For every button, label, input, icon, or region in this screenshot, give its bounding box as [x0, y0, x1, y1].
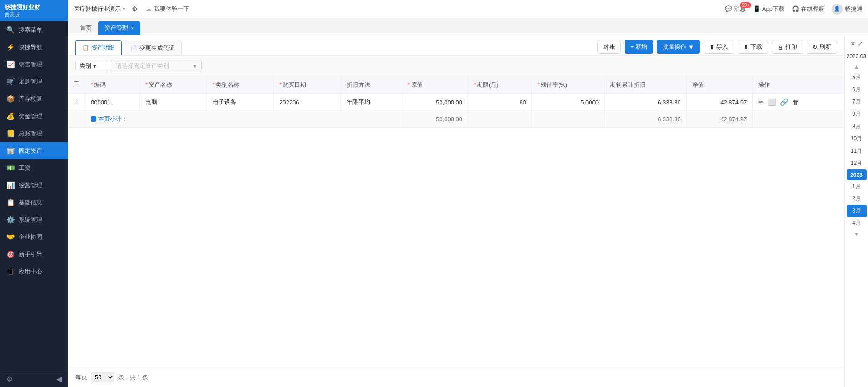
header-depreciation-method: 折旧方法: [341, 76, 402, 94]
month-nav-down-icon[interactable]: ▼: [853, 229, 861, 238]
app-download-btn[interactable]: 📱 App下载: [753, 5, 784, 13]
row-category: 电子设备: [207, 94, 274, 111]
month-nav-up-icon[interactable]: ▲: [853, 62, 861, 71]
sub-tab-change-voucher[interactable]: 📄 变更生成凭证: [124, 41, 182, 55]
header-net-value: 净值: [686, 76, 752, 94]
month-item-6[interactable]: 6月: [847, 84, 867, 96]
avatar: 👤: [832, 4, 843, 15]
sidebar-item-finance[interactable]: 💰 资金管理: [0, 108, 68, 125]
fixed-icon: 🏢: [6, 147, 15, 155]
right-panel-year: 2023.03: [845, 50, 868, 62]
quicknav-icon: ⚡: [6, 43, 15, 51]
messages-btn[interactable]: 💬 消息 99+: [725, 5, 746, 13]
sidebar-item-payroll[interactable]: 💵 工资: [0, 159, 68, 177]
user-menu[interactable]: 👤 畅捷通: [832, 4, 863, 15]
right-panel: ✕ ⤢ 2023.03 ▲ 5月 6月 7月 8月 9月 10月 11月 12月…: [844, 35, 868, 387]
row-residual-rate: 5.0000: [531, 94, 604, 111]
sidebar-item-fixed[interactable]: 🏢 固定资产: [0, 142, 68, 159]
row-checkbox[interactable]: [74, 99, 79, 104]
asset-detail-icon: 📋: [82, 45, 89, 51]
batch-chevron-icon: ▼: [688, 44, 694, 50]
finance-icon: 💰: [6, 112, 15, 120]
sidebar-item-operations[interactable]: 📊 经营管理: [0, 177, 68, 194]
month-item-7[interactable]: 7月: [847, 96, 867, 108]
username: 畅捷通: [845, 5, 863, 13]
online-service-btn[interactable]: 🎧 在线客服: [792, 5, 824, 13]
month-item-12[interactable]: 12月: [847, 157, 867, 169]
delete-icon[interactable]: 🗑: [792, 99, 799, 106]
tab-home[interactable]: 首页: [74, 21, 98, 35]
topbar-right: 💬 消息 99+ 📱 App下载 🎧 在线客服 👤 畅捷通: [725, 4, 863, 15]
sidebar-item-search[interactable]: 🔍 搜索菜单: [0, 21, 68, 39]
month-item-1[interactable]: 1月: [847, 180, 867, 193]
row-purchase-date: 202206: [274, 94, 341, 111]
link-icon[interactable]: 🔗: [780, 98, 789, 106]
print-btn[interactable]: 🖨 打印: [772, 40, 803, 54]
app-name: 畅捷通好业财: [5, 4, 64, 11]
month-item-4[interactable]: 4月: [847, 217, 867, 229]
row-net-value: 42,874.97: [686, 94, 752, 111]
company-selector[interactable]: 医疗器械行业演示 ▾: [74, 5, 125, 13]
month-item-10[interactable]: 10月: [847, 133, 867, 145]
header-checkbox[interactable]: [68, 76, 85, 94]
sidebar-item-inventory[interactable]: 📦 库存核算: [0, 90, 68, 108]
settings-icon[interactable]: ⚙: [6, 375, 13, 383]
page-total: 条，共 1 条: [118, 373, 148, 382]
page-size-select[interactable]: 50 100 200: [91, 372, 114, 382]
sidebar-item-ledger[interactable]: 📒 总账管理: [0, 125, 68, 142]
sidebar-label-enterprise: 企业协同: [19, 233, 42, 241]
month-item-5[interactable]: 5月: [847, 71, 867, 84]
input-chevron-icon: ▾: [193, 63, 197, 69]
import-btn[interactable]: ⬆ 导入: [704, 40, 734, 54]
enterprise-icon: 🤝: [6, 233, 15, 241]
change-voucher-icon: 📄: [130, 45, 137, 51]
row-checkbox-cell[interactable]: [68, 94, 85, 111]
edit-icon[interactable]: ✏: [758, 98, 764, 106]
sidebar-item-system[interactable]: ⚙️ 系统管理: [0, 211, 68, 228]
close-tab-icon[interactable]: ×: [131, 25, 134, 31]
page-content: 📋 资产明细 📄 变更生成凭证 对账 + 新增 批量操作 ▼ ⬆: [68, 35, 868, 387]
sub-tab-asset-detail[interactable]: 📋 资产明细: [75, 40, 122, 55]
new-btn[interactable]: + 新增: [625, 40, 653, 54]
collapse-icon[interactable]: ◀: [56, 375, 62, 383]
header-name: *资产名称: [140, 76, 207, 94]
month-item-2[interactable]: 2月: [847, 193, 867, 205]
tab-asset-management[interactable]: 资产管理 ×: [98, 21, 140, 35]
sidebar-item-sales[interactable]: 📈 销售管理: [0, 56, 68, 73]
category-input[interactable]: 请选择固定资产类别 ▾: [111, 60, 202, 72]
company-name: 医疗器械行业演示: [74, 5, 121, 13]
operations-icon: 📊: [6, 181, 15, 189]
month-item-3[interactable]: 3月: [847, 205, 867, 217]
copy-icon[interactable]: ⬜: [768, 98, 776, 106]
row-period: 60: [468, 94, 531, 111]
experience-btn[interactable]: ☁ 我要体验一下: [146, 5, 189, 13]
sidebar-item-appcenter[interactable]: 📱 应用中心: [0, 263, 68, 280]
sidebar-label-payroll: 工资: [19, 164, 30, 172]
subtotal-label-cell: 本页小计：: [85, 111, 402, 128]
batch-btn[interactable]: 批量操作 ▼: [657, 40, 700, 54]
right-panel-expand-icon[interactable]: ⤢: [858, 40, 863, 47]
month-item-8[interactable]: 8月: [847, 108, 867, 120]
month-item-9[interactable]: 9月: [847, 120, 867, 133]
account-btn[interactable]: 对账: [597, 40, 621, 54]
pagination: 每页 50 100 200 条，共 1 条: [68, 367, 844, 387]
sidebar-item-enterprise[interactable]: 🤝 企业协同: [0, 228, 68, 246]
purchase-icon: 🛒: [6, 78, 15, 86]
month-item-11[interactable]: 11月: [847, 145, 867, 157]
right-panel-close-icon[interactable]: ✕: [850, 40, 856, 47]
subtotal-net-value: 42,874.97: [686, 111, 752, 128]
category-filter[interactable]: 类别 ▾: [75, 60, 107, 72]
company-chevron-icon: ▾: [123, 6, 125, 12]
filter-chevron-icon: ▾: [93, 63, 96, 69]
gear-icon[interactable]: ⚙: [132, 5, 138, 13]
refresh-btn[interactable]: ↻ 刷新: [807, 40, 837, 54]
sidebar-item-purchase[interactable]: 🛒 采购管理: [0, 73, 68, 90]
sidebar-item-basicinfo[interactable]: 📋 基础信息: [0, 194, 68, 211]
select-all-checkbox[interactable]: [74, 81, 79, 87]
download-icon: ⬇: [744, 44, 749, 50]
sidebar-item-guide[interactable]: 🎯 新手引导: [0, 246, 68, 263]
download-btn[interactable]: ⬇ 下载: [738, 40, 768, 54]
category-placeholder: 请选择固定资产类别: [116, 62, 169, 70]
sidebar-item-quicknav[interactable]: ⚡ 快捷导航: [0, 39, 68, 56]
page-main: 📋 资产明细 📄 变更生成凭证 对账 + 新增 批量操作 ▼ ⬆: [68, 35, 844, 387]
